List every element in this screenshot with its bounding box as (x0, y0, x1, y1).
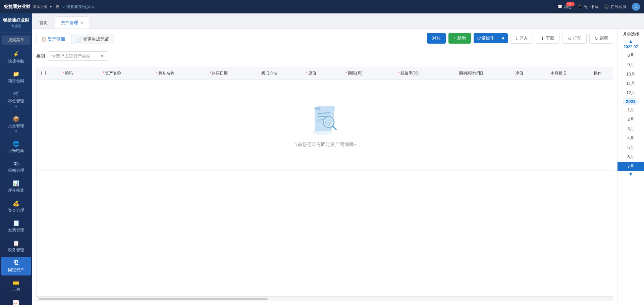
col-operation: 操作 (583, 67, 613, 80)
month-panel-title: 月份选择 (620, 32, 642, 37)
filter-category-label: 类别 (36, 53, 45, 59)
col-accumulated: 期初累计折旧 (438, 67, 504, 80)
demo-icon: ○ (62, 4, 65, 9)
sub-tab-bar: 📋 资产明细 📄 变更生成凭证 对账 + 新增 批量操作 ▼ (36, 33, 613, 45)
batch-dropdown-arrow-icon[interactable]: ▼ (498, 34, 508, 43)
change-voucher-tab-icon: 📄 (76, 37, 82, 42)
empty-state-row: 当前您还没有固定资产明细哦~ (37, 80, 613, 171)
month-item-10[interactable]: 10月 (618, 69, 644, 79)
fixed-assets-icon: 🏗 (13, 260, 19, 266)
month-nav-up-button[interactable]: ▲ (628, 39, 634, 45)
app-download-button[interactable]: 📱 App下载 (577, 4, 599, 10)
top-bar-left: 畅捷通好业财 演示企业 ▼ ⚙ ○ 我要看实例演示 (4, 4, 94, 10)
import-button[interactable]: ⤵ 导入 (511, 33, 533, 44)
month-panel: 月份选择 ▲ 2022.07 8月 9月 10月 11月 12月 2023 1月… (617, 29, 644, 305)
sidebar-item-business[interactable]: 📈 经营管理 (1, 296, 31, 305)
asset-detail-tab-icon: 📋 (41, 37, 46, 42)
sidebar-item-invoice[interactable]: 🧾 发票管理 (1, 217, 31, 236)
tab-asset-label: 资产管理 (61, 20, 78, 26)
month-item-2023-1[interactable]: 1月 (618, 105, 644, 115)
month-item-12[interactable]: 12月 (618, 88, 644, 98)
select-all-checkbox[interactable] (41, 71, 46, 75)
tab-asset-management[interactable]: 资产管理 ✕ (55, 16, 89, 29)
bottom-scroll-area (36, 296, 613, 301)
col-original-value: *原值 (293, 67, 329, 80)
sidebar-item-ecommerce[interactable]: 🌐 小畅电商 (1, 137, 31, 156)
sidebar-item-fixed-assets[interactable]: 🏗 固定资产 (1, 257, 31, 275)
batch-operation-button[interactable]: 批量操作 ▼ (474, 33, 508, 43)
month-item-2023-6[interactable]: 6月 (618, 152, 644, 162)
demo-link[interactable]: ○ 我要看实例演示 (62, 4, 94, 10)
tab-home[interactable]: 首页 (34, 16, 54, 29)
quick-nav-icon: ⚡ (13, 51, 19, 57)
col-code: *编码 (50, 67, 85, 80)
tab-close-icon[interactable]: ✕ (80, 20, 84, 25)
page-content: 📋 资产明细 📄 变更生成凭证 对账 + 新增 批量操作 ▼ (32, 29, 644, 305)
sidebar-item-project-contract[interactable]: 📁 项目合同 (1, 67, 31, 87)
download-button[interactable]: ⬇ 下载 (536, 33, 559, 44)
col-residual-rate: *残值率(%) (379, 67, 438, 80)
sub-tab-change-voucher[interactable]: 📄 变更生成凭证 (71, 34, 114, 44)
project-icon: 📁 (13, 71, 19, 77)
add-button[interactable]: + 新增 (448, 33, 471, 44)
sidebar-item-fund[interactable]: 💰 资金管理 (1, 197, 31, 216)
content-area: 首页 资产管理 ✕ 📋 资产明细 📄 变更生成凭证 (32, 13, 644, 305)
sub-tab-asset-detail[interactable]: 📋 资产明细 (36, 34, 70, 44)
col-depreciation-method: 折旧方法 (245, 67, 293, 80)
col-net-value: 净值 (504, 67, 534, 80)
category-select[interactable]: 请选择固定资产类别 ▼ (48, 51, 108, 61)
business-icon: 📈 (13, 300, 19, 305)
reconcile-button[interactable]: 对账 (427, 33, 446, 44)
import-icon: ⤵ (516, 36, 518, 41)
month-item-9[interactable]: 9月 (618, 60, 644, 69)
sidebar-item-purchase[interactable]: 🛍 采购管理 (1, 157, 31, 176)
month-item-2023-7[interactable]: 7月 (618, 162, 644, 171)
sidebar-item-retail[interactable]: 🛒 零售管理 ▼ (1, 88, 31, 112)
empty-illustration (305, 103, 345, 136)
month-item-2023-2[interactable]: 2月 (618, 115, 644, 124)
inventory-icon: 📊 (13, 180, 19, 187)
col-category: *类别名称 (139, 67, 192, 80)
col-purchase-date: *购买日期 (192, 67, 245, 80)
inner-content: 📋 资产明细 📄 变更生成凭证 对账 + 新增 批量操作 ▼ (32, 29, 617, 305)
month-item-8[interactable]: 8月 (618, 51, 644, 60)
print-button[interactable]: 🖨 打印 (562, 33, 587, 44)
sidebar-edition: 专业版 (3, 24, 30, 29)
col-term: *期限(月) (329, 67, 379, 80)
empty-text: 当前您还没有固定资产明细哦~ (293, 142, 357, 148)
avatar-text: U (635, 5, 637, 9)
category-placeholder: 请选择固定资产类别 (51, 53, 91, 59)
svg-point-5 (325, 119, 332, 125)
table-header-row: *编码 *资产名称 *类别名称 *购买日期 折旧方法 *原值 *期限(月) *残… (37, 67, 613, 80)
month-nav-down-button[interactable]: ▼ (628, 171, 634, 177)
sidebar-item-inventory[interactable]: 📊 库存核算 (1, 177, 31, 196)
sidebar-search-area: 搜索菜单 (0, 33, 32, 47)
refresh-button[interactable]: ↻ 刷新 (589, 33, 613, 44)
horizontal-scrollbar[interactable] (39, 298, 268, 300)
sidebar-item-wholesale[interactable]: 📦 批发管理 ▼ (1, 112, 31, 137)
col-monthly-dep: 本月折旧 (534, 67, 583, 80)
message-button[interactable]: 💬 消息 99+ (557, 4, 572, 10)
tax-icon: 📋 (13, 240, 19, 246)
month-item-2023-3[interactable]: 3月 (618, 124, 644, 134)
sidebar-brand: 畅捷通好业财 专业版 (0, 13, 32, 33)
sidebar-item-quick-nav[interactable]: ⚡ 快捷导航 (1, 48, 31, 67)
month-item-2023-4[interactable]: 4月 (618, 134, 644, 143)
company-selector[interactable]: 演示企业 ▼ (33, 4, 53, 9)
sidebar-item-tax[interactable]: 📋 税务管理 (1, 237, 31, 256)
month-item-11[interactable]: 11月 (618, 79, 644, 88)
invoice-icon: 🧾 (13, 220, 19, 226)
sidebar-item-salary[interactable]: 💳 工资 (1, 276, 31, 295)
empty-state: 当前您还没有固定资产明细哦~ (39, 83, 610, 168)
sidebar-brand-name: 畅捷通好业财 (3, 17, 30, 23)
top-bar: 畅捷通好业财 演示企业 ▼ ⚙ ○ 我要看实例演示 💬 消息 99+ 📱 App… (0, 0, 644, 13)
online-service-button[interactable]: 🎧 在线客服 (604, 4, 627, 10)
user-avatar[interactable]: U (632, 3, 640, 11)
svg-line-6 (332, 126, 336, 130)
top-bar-right: 💬 消息 99+ 📱 App下载 🎧 在线客服 U (557, 3, 640, 11)
settings-button[interactable]: ⚙ (55, 4, 60, 9)
month-item-2023-5[interactable]: 5月 (618, 143, 644, 152)
purchase-icon: 🛍 (13, 161, 19, 167)
search-menu-button[interactable]: 搜索菜单 (2, 36, 30, 45)
tab-bar: 首页 资产管理 ✕ (32, 13, 644, 29)
